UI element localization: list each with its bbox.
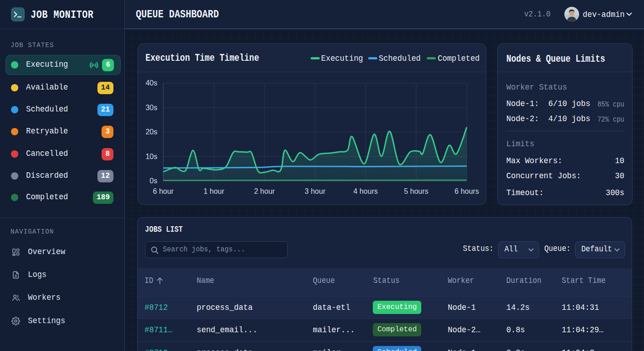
svg-text:2 hour: 2 hour <box>254 187 275 195</box>
svg-text:4 hours: 4 hours <box>354 187 378 195</box>
svg-text:40s: 40s <box>145 79 157 87</box>
svg-text:5 hours: 5 hours <box>404 187 428 195</box>
svg-text:30s: 30s <box>145 104 157 112</box>
svg-text:6 hour: 6 hour <box>153 187 174 195</box>
svg-text:6 hours: 6 hours <box>455 187 479 195</box>
svg-text:10s: 10s <box>145 153 157 160</box>
svg-text:20s: 20s <box>145 128 157 136</box>
svg-text:1 hour: 1 hour <box>204 187 225 195</box>
svg-text:0s: 0s <box>150 177 157 185</box>
svg-text:3 hour: 3 hour <box>305 187 326 195</box>
